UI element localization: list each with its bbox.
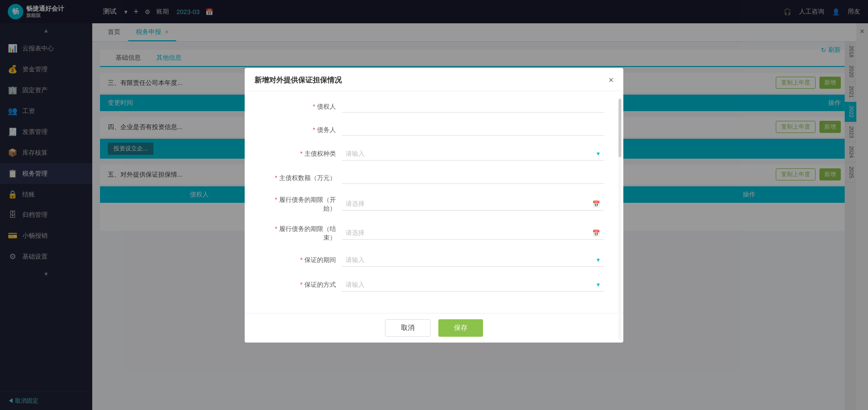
- form-row-guarantee-period: * 保证的期间 请输入 ▾: [264, 254, 604, 267]
- required-star-4: *: [275, 174, 277, 181]
- form-row-debtor: * 债务人: [264, 124, 604, 136]
- period-start-input[interactable]: 请选择 📅: [342, 197, 604, 211]
- save-button[interactable]: 保存: [438, 319, 483, 337]
- claim-amount-label: 主债权数额（万元）: [279, 174, 336, 181]
- form-row-claim-type: * 主债权种类 请输入 ▾: [264, 148, 604, 161]
- guarantee-period-select[interactable]: 请输入 ▾: [342, 254, 604, 267]
- dialog-scrollbar-thumb: [618, 99, 621, 157]
- form-label-guarantee-method: * 保证的方式: [264, 280, 342, 289]
- form-row-claim-amount: * 主债权数额（万元）: [264, 172, 604, 184]
- guarantee-period-label: 保证的期间: [304, 256, 336, 263]
- form-label-period-start: * 履行债务的期限（开始）: [264, 196, 342, 213]
- period-end-label: 履行债务的期限（结束）: [279, 225, 336, 241]
- period-end-placeholder: 请选择: [346, 229, 365, 237]
- form-row-period-end: * 履行债务的期限（结束） 请选择 📅: [264, 225, 604, 242]
- period-end-calendar-icon: 📅: [592, 230, 600, 237]
- creditor-input[interactable]: [342, 101, 604, 113]
- required-star-7: *: [300, 256, 302, 263]
- dialog-scrollbar[interactable]: [618, 97, 621, 340]
- claim-amount-input[interactable]: [342, 172, 604, 184]
- form-label-claim-type: * 主债权种类: [264, 149, 342, 158]
- guarantee-period-chevron-icon: ▾: [597, 256, 600, 263]
- form-row-guarantee-method: * 保证的方式 请输入 ▾: [264, 279, 604, 292]
- guarantee-method-label: 保证的方式: [304, 281, 336, 288]
- required-star-3: *: [300, 150, 302, 157]
- form-label-debtor: * 债务人: [264, 126, 342, 134]
- dialog-close-button[interactable]: ×: [608, 76, 614, 84]
- required-star-5: *: [275, 196, 277, 203]
- form-row-period-start: * 履行债务的期限（开始） 请选择 📅: [264, 196, 604, 213]
- form-row-creditor: * 债权人: [264, 101, 604, 113]
- period-start-label: 履行债务的期限（开始）: [279, 196, 336, 212]
- guarantee-period-placeholder: 请输入: [346, 256, 365, 264]
- form-label-creditor: * 债权人: [264, 102, 342, 111]
- guarantee-method-placeholder: 请输入: [346, 280, 365, 289]
- required-star: *: [313, 103, 315, 110]
- dialog-header: 新增对外提供保证担保情况 ×: [245, 68, 623, 91]
- required-star-8: *: [300, 281, 302, 288]
- claim-type-select[interactable]: 请输入 ▾: [342, 148, 604, 161]
- dialog-overlay: 新增对外提供保证担保情况 × * 债权人 * 债务人: [0, 0, 868, 410]
- claim-type-placeholder: 请输入: [346, 149, 365, 158]
- dialog-footer: 取消 保存: [245, 313, 623, 343]
- dialog-title: 新增对外提供保证担保情况: [254, 76, 342, 85]
- guarantee-method-select[interactable]: 请输入 ▾: [342, 279, 604, 292]
- debtor-label: 债务人: [317, 126, 336, 133]
- period-start-calendar-icon: 📅: [592, 200, 600, 208]
- form-label-guarantee-period: * 保证的期间: [264, 256, 342, 264]
- form-label-claim-amount: * 主债权数额（万元）: [264, 174, 342, 182]
- required-star-6: *: [275, 225, 277, 232]
- claim-type-label: 主债权种类: [304, 150, 336, 157]
- creditor-label: 债权人: [317, 103, 336, 110]
- dialog-body: * 债权人 * 债务人 * 主债权种类 请输入: [245, 91, 623, 313]
- cancel-button[interactable]: 取消: [385, 319, 431, 337]
- required-star-2: *: [313, 126, 315, 133]
- debtor-input[interactable]: [342, 124, 604, 136]
- dialog: 新增对外提供保证担保情况 × * 债权人 * 债务人: [245, 68, 623, 343]
- form-label-period-end: * 履行债务的期限（结束）: [264, 225, 342, 242]
- guarantee-method-chevron-icon: ▾: [597, 281, 600, 288]
- period-start-placeholder: 请选择: [346, 199, 365, 208]
- claim-type-chevron-icon: ▾: [597, 150, 600, 157]
- period-end-input[interactable]: 请选择 📅: [342, 227, 604, 240]
